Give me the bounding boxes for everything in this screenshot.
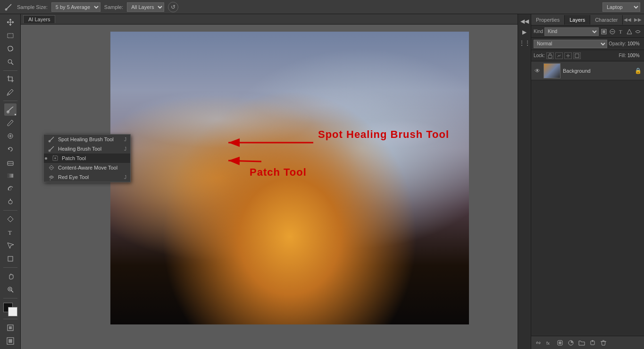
tab-character[interactable]: Character	[590, 15, 623, 25]
clone-stamp-tool[interactable]	[4, 130, 17, 142]
layer-mask-btn[interactable]	[555, 338, 565, 348]
context-menu: Spot Healing Brush Tool J Healing Brush …	[43, 134, 131, 182]
kind-shape-icon[interactable]	[626, 28, 633, 35]
spot-healing-shortcut: J	[124, 137, 126, 142]
separator-4	[3, 267, 17, 268]
svg-text:T: T	[619, 29, 622, 34]
hand-tool[interactable]	[4, 270, 17, 282]
ctx-patch-tool[interactable]: Patch Tool	[44, 153, 130, 163]
spot-healing-icon	[48, 136, 55, 143]
kind-pixel-icon[interactable]	[600, 28, 608, 35]
link-layers-btn[interactable]	[534, 338, 543, 348]
lock-image-btn[interactable]	[555, 52, 563, 59]
layer-fx-btn[interactable]: fx	[544, 338, 554, 348]
pen-tool[interactable]	[4, 213, 17, 225]
red-eye-label: Red Eye Tool	[58, 174, 121, 180]
tab-properties[interactable]: Properties	[531, 15, 565, 25]
svg-text:T: T	[8, 229, 12, 236]
healing-brush-tool[interactable]	[4, 103, 17, 116]
lasso-tool[interactable]	[4, 43, 17, 55]
eraser-tool[interactable]	[4, 156, 17, 169]
lock-icons	[546, 52, 581, 59]
quick-select-tool[interactable]	[4, 56, 17, 68]
collapse-panel-btn[interactable]: ◀◀	[520, 17, 529, 26]
layer-lock-icon[interactable]: 🔒	[635, 68, 642, 74]
play-btn[interactable]: ▶	[520, 27, 529, 37]
ctx-content-aware[interactable]: Content-Aware Move Tool	[44, 163, 130, 172]
svg-rect-20	[9, 326, 12, 329]
lock-transparent-btn[interactable]	[546, 52, 554, 59]
reset-button[interactable]: ↺	[168, 2, 178, 12]
panel-collapse-btn[interactable]: ◀◀	[623, 17, 632, 22]
blend-mode-select[interactable]: Normal	[534, 40, 607, 48]
svg-line-29	[50, 179, 50, 180]
blur-tool[interactable]	[4, 183, 17, 195]
tab-layers[interactable]: Layers	[565, 15, 590, 25]
separator-2	[3, 101, 17, 101]
new-layer-btn[interactable]	[588, 338, 597, 348]
right-panel: Properties Layers Character ◀◀ ▶▶ Kind K…	[531, 14, 644, 349]
kind-type-icon[interactable]: T	[617, 28, 625, 35]
svg-point-10	[8, 187, 11, 190]
opacity-label: Opacity:	[609, 41, 626, 46]
separator-3	[3, 210, 17, 211]
brush-tool[interactable]	[4, 117, 17, 129]
background-color[interactable]	[8, 307, 17, 316]
lock-artboard-btn[interactable]	[573, 52, 581, 59]
svg-rect-40	[575, 54, 579, 58]
opacity-value[interactable]: 100%	[627, 41, 642, 46]
path-selection-tool[interactable]	[4, 239, 17, 252]
svg-line-16	[11, 290, 13, 292]
sample-size-select[interactable]: 5 by 5 Average	[51, 2, 100, 12]
sample-select[interactable]: All Layers	[127, 2, 164, 12]
marquee-tool[interactable]	[4, 29, 17, 42]
screen-mode-2-btn[interactable]	[4, 335, 17, 347]
ctx-red-eye[interactable]: Red Eye Tool J	[44, 172, 130, 182]
svg-point-11	[8, 200, 12, 204]
kind-adjustment-icon[interactable]	[609, 28, 616, 35]
red-eye-shortcut: J	[124, 175, 126, 180]
canvas-tab-ai-layers[interactable]: AI Layers	[23, 15, 55, 23]
lock-position-btn[interactable]	[564, 52, 572, 59]
top-toolbar: Sample Size: 5 by 5 Average Sample: All …	[0, 0, 644, 14]
lock-label: Lock:	[534, 53, 545, 58]
healing-brush-ctx-icon	[48, 145, 55, 153]
history-brush-tool[interactable]	[4, 143, 17, 155]
dodge-tool[interactable]	[4, 196, 17, 208]
text-tool[interactable]: T	[4, 226, 17, 238]
layer-visibility-eye[interactable]: 👁	[534, 67, 541, 75]
healing-brush-ctx-shortcut: J	[124, 146, 126, 152]
sample-size-label: Sample Size:	[17, 4, 48, 10]
gradient-tool[interactable]	[4, 170, 17, 182]
tool-submenu-dot	[15, 114, 16, 115]
kind-smart-icon[interactable]	[634, 28, 642, 35]
delete-layer-btn[interactable]	[599, 338, 608, 348]
fill-label: Fill:	[619, 53, 626, 58]
crop-tool[interactable]	[4, 73, 17, 85]
kind-icons: T	[600, 28, 642, 35]
new-group-btn[interactable]	[577, 338, 586, 348]
panel-options-btn[interactable]: ⋮⋮	[520, 38, 529, 48]
workspace-select[interactable]: Laptop	[602, 2, 640, 12]
ctx-healing-brush[interactable]: Healing Brush Tool J	[44, 144, 130, 153]
canvas-area[interactable]: Spot Healing Brush Tool J Healing Brush …	[21, 25, 518, 349]
zoom-tool[interactable]	[4, 283, 17, 296]
foreground-background-colors[interactable]	[3, 303, 17, 317]
panel-expand-btn[interactable]: ▶▶	[633, 17, 643, 22]
patch-tool-label: Patch Tool	[62, 155, 124, 161]
workspace-selector[interactable]: Laptop	[602, 2, 640, 12]
new-fill-layer-btn[interactable]	[566, 338, 576, 348]
shape-tool[interactable]	[4, 253, 17, 265]
move-tool[interactable]	[4, 16, 17, 28]
panel-close-buttons: ◀◀ ▶▶	[623, 17, 644, 22]
eyedropper-tool[interactable]	[4, 86, 17, 98]
ctx-spot-healing[interactable]: Spot Healing Brush Tool J	[44, 135, 130, 144]
kind-select[interactable]: Kind	[544, 27, 599, 36]
svg-point-43	[559, 341, 561, 344]
separator-5	[3, 298, 17, 298]
screen-mode-btn[interactable]	[4, 322, 17, 334]
layer-background[interactable]: 👁 Background 🔒	[531, 61, 644, 80]
layers-panel: Kind Kind	[531, 26, 644, 336]
fill-value[interactable]: 100%	[627, 53, 642, 58]
layers-empty-area	[531, 80, 644, 336]
